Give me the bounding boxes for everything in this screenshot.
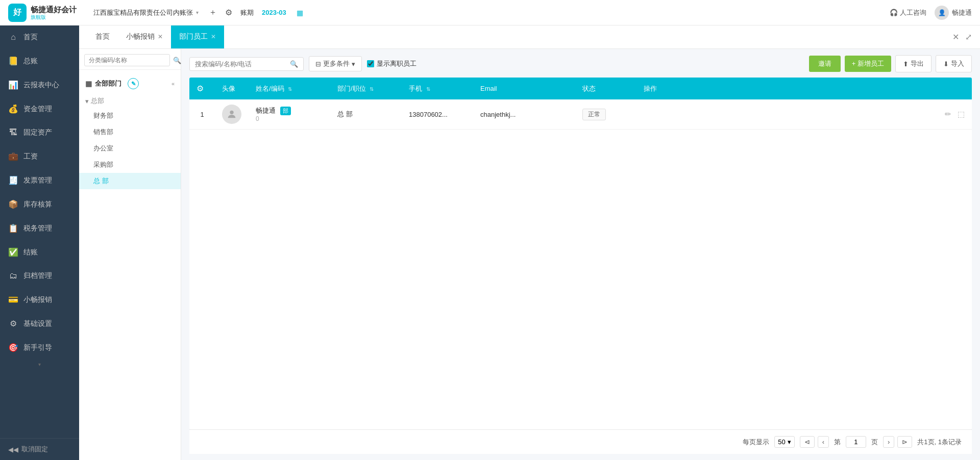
add-employee-button[interactable]: + 新增员工 <box>845 56 891 72</box>
sidebar-item-archive[interactable]: 🗂 归档管理 <box>0 264 79 288</box>
sidebar-item-settlement[interactable]: ✅ 结账 <box>0 240 79 264</box>
settings-nav-icon: ⚙ <box>8 319 18 328</box>
page-prefix-label: 第 <box>832 438 843 447</box>
last-page-button[interactable]: ⊳ <box>897 436 912 448</box>
period-value[interactable]: 2023-03 <box>262 9 286 16</box>
sidebar-item-label: 归档管理 <box>23 271 52 280</box>
fixed-assets-icon: 🏗 <box>8 128 18 137</box>
sidebar-item-tax[interactable]: 📋 税务管理 <box>0 216 79 240</box>
pin-icon: ◀◀ <box>8 446 18 453</box>
sidebar-item-home[interactable]: ⌂ 首页 <box>0 25 79 49</box>
dept-label: 财务部 <box>93 112 113 119</box>
dept-child-general[interactable]: 总 部 <box>79 173 181 189</box>
dept-edit-button[interactable]: ✎ <box>128 78 139 89</box>
headset-icon: 🎧 <box>890 9 898 16</box>
sidebar-item-label: 税务管理 <box>23 224 52 233</box>
next-page-button[interactable]: › <box>883 436 894 448</box>
sidebar-item-label: 工资 <box>23 152 38 161</box>
collapse-icon[interactable]: « <box>172 81 175 87</box>
chevron-down-icon: ▾ <box>196 10 199 15</box>
sidebar-item-fixed-assets[interactable]: 🏗 固定资产 <box>0 121 79 144</box>
inner-content: 🔍 ▦ 全部部门 ✎ « ▾ 总部 财务部 <box>79 49 980 460</box>
first-page-button[interactable]: ⊲ <box>800 436 815 448</box>
close-icon[interactable]: ✕ <box>158 33 163 40</box>
logo-icon: 好 <box>8 4 27 22</box>
tab-label: 首页 <box>95 32 110 41</box>
support-button[interactable]: 🎧 人工咨询 <box>890 8 926 17</box>
export-button[interactable]: ⬆ 导出 <box>895 55 932 72</box>
sidebar-item-funds[interactable]: 💰 资金管理 <box>0 97 79 121</box>
status-badge: 正常 <box>582 109 606 120</box>
company-selector[interactable]: 江西服宝精品有限责任公司内账张 ▾ <box>87 8 205 17</box>
import-button[interactable]: ⬇ 导入 <box>936 55 972 72</box>
add-label: + 新增员工 <box>852 59 884 68</box>
support-label: 人工咨询 <box>900 8 926 17</box>
dept-child-finance[interactable]: 财务部 <box>79 108 181 124</box>
logout-icon[interactable]: ⬚ <box>958 110 965 119</box>
dept-label: 总 部 <box>93 177 109 185</box>
calendar-icon[interactable]: ▦ <box>297 9 303 17</box>
per-page-label: 每页显示 <box>743 438 769 447</box>
tab-expense[interactable]: 小畅报销 ✕ <box>118 25 171 48</box>
filter-button[interactable]: ⊟ 更多条件 ▾ <box>309 56 362 71</box>
search-icon[interactable]: 🔍 <box>290 60 298 68</box>
logo-area: 好 畅捷通好会计 旗舰版 <box>8 4 87 22</box>
settings-icon[interactable]: ⚙ <box>225 8 232 17</box>
dept-search-input[interactable] <box>84 54 170 66</box>
show-resigned-label[interactable]: 显示离职员工 <box>367 59 416 68</box>
col-dept[interactable]: 部门/职位 ⇅ <box>330 78 402 99</box>
per-page-select[interactable]: 50 ▾ <box>774 436 794 448</box>
close-all-button[interactable]: ✕ <box>952 32 959 42</box>
invite-button[interactable]: 邀请 <box>809 56 841 72</box>
sidebar-item-payroll[interactable]: 💼 工资 <box>0 144 79 168</box>
employee-panel: 🔍 ⊟ 更多条件 ▾ 显示离职员工 邀请 <box>181 49 980 460</box>
edit-icon[interactable]: ✏ <box>945 110 951 119</box>
sidebar-item-inventory[interactable]: 📦 库存核算 <box>0 192 79 216</box>
employee-code: 0 <box>256 115 323 122</box>
col-phone[interactable]: 手机 ⇅ <box>402 78 473 99</box>
tab-department[interactable]: 部门员工 ✕ <box>171 25 224 48</box>
company-name: 江西服宝精品有限责任公司内账张 <box>93 8 193 17</box>
dept-child-sales[interactable]: 销售部 <box>79 124 181 140</box>
dept-child-purchase[interactable]: 采购部 <box>79 157 181 173</box>
user-area[interactable]: 👤 畅捷通 <box>935 6 972 20</box>
dept-parent-general[interactable]: ▾ 总部 <box>79 93 181 108</box>
prev-page-button[interactable]: ‹ <box>818 436 829 448</box>
chevron-down-icon: ▾ <box>788 438 791 446</box>
page-input[interactable] <box>846 436 866 448</box>
dept-label: 采购部 <box>93 161 113 168</box>
cell-phone: 138070602... <box>402 99 473 130</box>
cell-name: 畅捷通 部 0 <box>249 99 330 130</box>
dept-all-row[interactable]: ▦ 全部部门 ✎ « <box>79 74 181 93</box>
dept-search: 🔍 <box>79 49 181 70</box>
funds-icon: 💰 <box>8 104 18 114</box>
tab-home[interactable]: 首页 <box>87 25 118 48</box>
reports-icon: 📊 <box>8 80 18 90</box>
settlement-icon: ✅ <box>8 247 18 257</box>
col-settings[interactable]: ⚙ <box>189 78 215 99</box>
sidebar-item-guide[interactable]: 🎯 新手引导 <box>0 336 79 360</box>
user-icon <box>226 109 237 120</box>
cancel-pin-button[interactable]: ◀◀ 取消固定 <box>0 438 79 460</box>
emp-toolbar: 🔍 ⊟ 更多条件 ▾ 显示离职员工 邀请 <box>189 55 972 72</box>
sidebar-item-reports[interactable]: 📊 云报表中心 <box>0 73 79 97</box>
col-name[interactable]: 姓名/编码 ⇅ <box>249 78 330 99</box>
sidebar-item-expense[interactable]: 💳 小畅报销 <box>0 288 79 312</box>
sidebar-item-invoice[interactable]: 🧾 发票管理 <box>0 168 79 192</box>
close-icon[interactable]: ✕ <box>211 33 216 40</box>
sidebar-item-ledger[interactable]: 📒 总账 <box>0 49 79 73</box>
show-resigned-checkbox[interactable] <box>367 60 374 67</box>
emp-search-box: 🔍 <box>189 57 304 71</box>
add-tab-button[interactable]: ＋ <box>209 7 217 18</box>
search-icon[interactable]: 🔍 <box>173 57 181 64</box>
emp-search-input[interactable] <box>195 60 287 68</box>
dept-child-office[interactable]: 办公室 <box>79 140 181 157</box>
app-title: 畅捷通好会计 <box>31 5 77 14</box>
expand-button[interactable]: ⤢ <box>965 32 972 42</box>
sidebar-item-settings[interactable]: ⚙ 基础设置 <box>0 312 79 336</box>
settings-icon[interactable]: ⚙ <box>197 84 204 93</box>
dept-label: 办公室 <box>93 144 113 152</box>
filter-label: 更多条件 <box>323 59 350 68</box>
col-avatar: 头像 <box>215 78 249 99</box>
cell-num: 1 <box>189 99 215 130</box>
